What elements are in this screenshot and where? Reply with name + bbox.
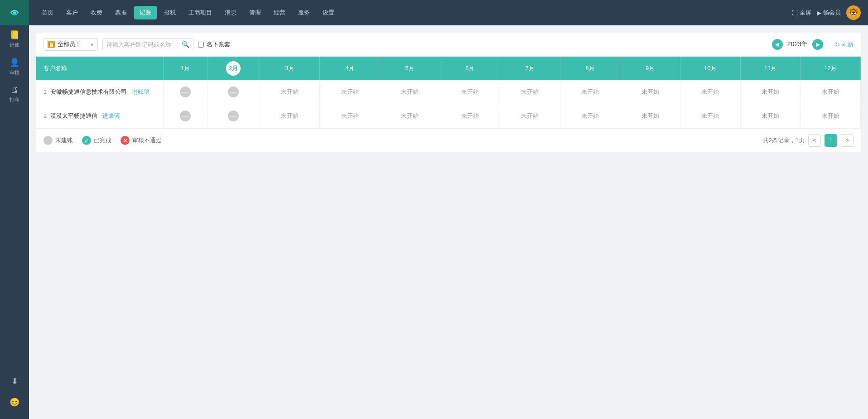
nav-service[interactable]: 服务 — [293, 6, 315, 19]
nav-settings[interactable]: 设置 — [317, 6, 340, 19]
enter-book-link[interactable]: 进账簿 — [102, 112, 120, 119]
col-header-jun: 6月 — [440, 57, 500, 80]
cell-month-10: 未开始 — [680, 80, 741, 104]
sidebar-item-print-label: 打印 — [10, 96, 19, 103]
cell-month-4: 未开始 — [320, 104, 380, 128]
status-not-started: 未开始 — [641, 112, 659, 119]
status-not-built: — — [228, 87, 239, 97]
pagination: 共2条记录，1页 < 1 > — [763, 134, 854, 147]
sidebar-item-accounting[interactable]: 📒 记账 — [0, 25, 29, 53]
main-panel: 📋 全部员工 ▾ 🔍 名下账套 ◀ 2023年 ▶ — [36, 33, 861, 152]
nav-message[interactable]: 消息 — [219, 6, 242, 19]
cell-month-6: 未开始 — [440, 80, 500, 104]
col-header-oct: 10月 — [680, 57, 741, 80]
legend-dot-teal: ✓ — [82, 136, 91, 145]
nav-bookkeeping[interactable]: 记账 — [134, 6, 157, 19]
status-not-started: 未开始 — [401, 112, 419, 119]
nav-customer[interactable]: 客户 — [61, 6, 83, 19]
cell-month-1: — — [163, 104, 207, 128]
page-1-btn[interactable]: 1 — [825, 134, 837, 147]
year-prev-button[interactable]: ◀ — [772, 39, 783, 50]
nav-manage[interactable]: 管理 — [244, 6, 266, 19]
sidebar-item-print[interactable]: 🖨 打印 — [0, 81, 29, 108]
data-table-container: 客户名称 1月 2月 3月 4月 5月 6月 7月 8月 — [36, 57, 861, 128]
table-header-row: 客户名称 1月 2月 3月 4月 5月 6月 7月 8月 — [36, 57, 861, 80]
status-not-started: 未开始 — [762, 112, 779, 119]
status-not-started: 未开始 — [341, 88, 359, 95]
vip-button[interactable]: ▶ 畅会员 — [817, 9, 841, 17]
col-header-apr: 4月 — [320, 57, 380, 80]
account-checkbox-label[interactable]: 名下账套 — [198, 40, 230, 48]
legend-completed: ✓ 已完成 — [82, 136, 111, 145]
cell-month-2: — — [207, 104, 260, 128]
customer-name: 漠漠太平畅捷通信 — [50, 112, 97, 119]
status-not-started: 未开始 — [581, 112, 599, 119]
topnav-right: ⛶ 全屏 ▶ 畅会员 🐯 — [792, 5, 861, 20]
status-not-started: 未开始 — [822, 88, 839, 95]
cell-month-8: 未开始 — [560, 104, 620, 128]
status-not-started: 未开始 — [281, 88, 299, 95]
nav-operation[interactable]: 经营 — [268, 6, 291, 19]
search-icon[interactable]: 🔍 — [182, 41, 189, 48]
employee-select[interactable]: 📋 全部员工 ▾ — [43, 38, 98, 51]
col-header-jan: 1月 — [163, 57, 207, 80]
support-icon: 😊 — [10, 397, 19, 407]
cell-month-12: 未开始 — [800, 80, 861, 104]
col-header-jul: 7月 — [500, 57, 560, 80]
account-checkbox[interactable] — [198, 42, 204, 48]
year-display: 2023年 — [787, 40, 808, 48]
vip-icon: ▶ — [817, 10, 821, 16]
current-month-circle: 2月 — [226, 61, 241, 76]
chevron-down-icon: ▾ — [91, 41, 94, 48]
cell-month-9: 未开始 — [620, 104, 680, 128]
col-header-aug: 8月 — [560, 57, 620, 80]
cell-month-2: — — [207, 80, 260, 104]
cell-month-11: 未开始 — [740, 80, 800, 104]
sidebar-item-download[interactable]: ⬇ — [0, 372, 29, 391]
sidebar-item-support[interactable]: 😊 — [0, 393, 29, 412]
nav-billing[interactable]: 收费 — [85, 6, 108, 19]
row-index: 2 — [43, 112, 47, 119]
accounting-icon: 📒 — [10, 30, 19, 40]
year-next-button[interactable]: ▶ — [812, 39, 823, 50]
col-header-may: 5月 — [380, 57, 440, 80]
enter-book-link[interactable]: 进账簿 — [132, 88, 149, 95]
nav-business[interactable]: 工商项目 — [183, 6, 217, 19]
page-next-btn[interactable]: > — [841, 134, 854, 147]
customer-name: 安徽畅捷通信息技术有限公司 — [50, 88, 127, 95]
cell-month-9: 未开始 — [620, 80, 680, 104]
search-input[interactable] — [106, 41, 179, 48]
page-prev-btn[interactable]: < — [808, 134, 821, 147]
col-header-sep: 9月 — [620, 57, 680, 80]
status-not-started: 未开始 — [401, 88, 419, 95]
row-index: 1 — [43, 88, 47, 95]
user-avatar[interactable]: 🐯 — [846, 5, 861, 20]
fullscreen-btn[interactable]: ⛶ 全屏 — [792, 9, 811, 17]
toolbar: 📋 全部员工 ▾ 🔍 名下账套 ◀ 2023年 ▶ — [36, 33, 861, 57]
status-not-started: 未开始 — [341, 112, 359, 119]
sidebar-item-audit[interactable]: 👤 审核 — [0, 53, 29, 81]
booking-table: 客户名称 1月 2月 3月 4月 5月 6月 7月 8月 — [36, 57, 861, 128]
refresh-button[interactable]: ↻ 刷新 — [835, 40, 854, 48]
table-row: 1 安徽畅捷通信息技术有限公司 进账簿——未开始未开始未开始未开始未开始未开始未… — [36, 80, 861, 104]
cell-month-3: 未开始 — [260, 80, 320, 104]
cell-month-7: 未开始 — [500, 104, 560, 128]
status-not-started: 未开始 — [581, 88, 599, 95]
top-navigation: 首页 客户 收费 票据 记账 报税 工商项目 消息 管理 经营 服务 设置 ⛶ … — [29, 0, 868, 25]
fullscreen-icon: ⛶ — [792, 10, 798, 16]
status-not-started: 未开始 — [461, 88, 479, 95]
cell-month-1: — — [163, 80, 207, 104]
legend-dot-gray: — — [43, 136, 53, 145]
cell-month-6: 未开始 — [440, 104, 500, 128]
status-not-started: 未开始 — [762, 88, 779, 95]
nav-tax[interactable]: 报税 — [159, 6, 181, 19]
cell-month-7: 未开始 — [500, 80, 560, 104]
status-not-started: 未开始 — [461, 112, 479, 119]
cell-month-11: 未开始 — [740, 104, 800, 128]
table-scroll[interactable]: 客户名称 1月 2月 3月 4月 5月 6月 7月 8月 — [36, 57, 861, 128]
col-header-mar: 3月 — [260, 57, 320, 80]
status-not-started: 未开始 — [701, 112, 719, 119]
legend-not-built: — 未建账 — [43, 136, 73, 145]
nav-home[interactable]: 首页 — [36, 6, 59, 19]
nav-invoice[interactable]: 票据 — [110, 6, 132, 19]
